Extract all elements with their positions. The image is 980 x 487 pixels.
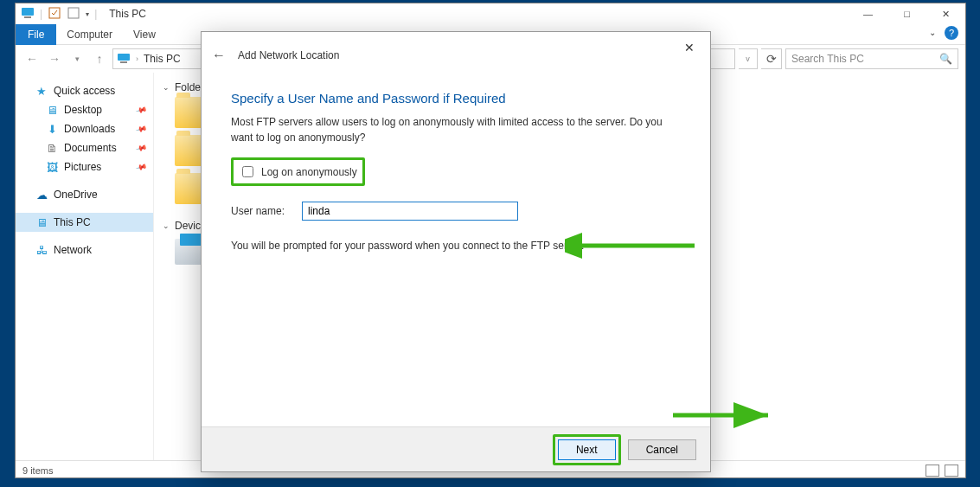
onedrive-icon: ☁	[35, 188, 48, 202]
properties-icon[interactable]	[48, 6, 61, 22]
sidebar-item-onedrive[interactable]: ☁ OneDrive	[16, 185, 153, 204]
svg-rect-0	[22, 8, 34, 16]
window-title: This PC	[102, 8, 146, 20]
username-row: User name:	[231, 186, 681, 229]
address-segment[interactable]: This PC	[144, 53, 181, 65]
search-input[interactable]: Search This PC 🔍	[785, 48, 958, 69]
qat-icon[interactable]	[67, 6, 80, 22]
star-icon: ★	[35, 84, 48, 98]
wizard-back-button[interactable]: ←	[212, 48, 226, 63]
log-on-anonymously-label: Log on anonymously	[261, 166, 357, 178]
wizard-description: Most FTP servers allow users to log on a…	[231, 114, 681, 157]
pin-icon: 📌	[135, 142, 148, 154]
wizard-header: ← Add Network Location ✕	[202, 32, 710, 79]
network-icon: 🖧	[35, 243, 48, 257]
this-pc-icon: 🖥	[35, 215, 48, 229]
sidebar-item-label: OneDrive	[54, 189, 98, 201]
navigation-pane: ★ Quick access 🖥 Desktop 📌 ⬇ Downloads 📌…	[16, 73, 154, 460]
close-window-button[interactable]: ✕	[926, 3, 965, 24]
sidebar-item-desktop[interactable]: 🖥 Desktop 📌	[16, 100, 153, 119]
add-network-location-wizard: ← Add Network Location ✕ Specify a User …	[201, 31, 711, 472]
svg-rect-3	[68, 8, 79, 18]
qat-dropdown-icon[interactable]: ▾	[86, 10, 89, 18]
sidebar-item-quick-access[interactable]: ★ Quick access	[16, 81, 153, 100]
nav-up-button[interactable]: ↑	[90, 49, 109, 68]
sidebar-item-label: Documents	[64, 142, 117, 154]
sidebar-item-label: Downloads	[64, 123, 115, 135]
search-icon: 🔍	[939, 53, 952, 65]
tab-file[interactable]: File	[16, 24, 56, 45]
wizard-close-button[interactable]: ✕	[672, 35, 707, 60]
wizard-title: Add Network Location	[238, 49, 339, 61]
wizard-body: Specify a User Name and Password if Requ…	[202, 79, 710, 426]
wizard-note: You will be prompted for your password w…	[231, 229, 681, 266]
qat-sep: |	[40, 8, 42, 20]
log-on-anonymously-row[interactable]: Log on anonymously	[231, 157, 365, 186]
minimize-button[interactable]: —	[849, 3, 887, 24]
sidebar-item-pictures[interactable]: 🖼 Pictures 📌	[16, 157, 153, 176]
sidebar-item-network[interactable]: 🖧 Network	[16, 240, 153, 260]
pin-icon: 📌	[135, 161, 148, 173]
sidebar-item-label: This PC	[54, 216, 91, 228]
nav-history-dropdown[interactable]: ▾	[67, 49, 86, 68]
view-large-icon[interactable]	[945, 465, 958, 477]
svg-rect-1	[24, 16, 31, 18]
pin-icon: 📌	[135, 104, 148, 116]
this-pc-icon	[21, 6, 35, 22]
this-pc-icon	[117, 51, 131, 67]
sidebar-item-label: Desktop	[64, 104, 102, 116]
pin-icon: 📌	[135, 123, 148, 135]
sidebar-item-label: Quick access	[54, 85, 115, 97]
nav-back-button[interactable]: ←	[22, 49, 42, 68]
cancel-button[interactable]: Cancel	[628, 439, 696, 460]
qat-sep2: |	[94, 8, 97, 20]
log-on-anonymously-checkbox[interactable]	[242, 166, 253, 177]
sidebar-item-documents[interactable]: 🗎 Documents 📌	[16, 138, 153, 157]
next-button[interactable]: Next	[558, 439, 616, 460]
help-icon[interactable]: ?	[945, 26, 958, 40]
maximize-button[interactable]: □	[887, 3, 926, 24]
tab-computer[interactable]: Computer	[56, 25, 123, 44]
chevron-down-icon: ⌄	[163, 83, 170, 92]
next-button-highlight: Next	[553, 434, 621, 465]
wizard-footer: Next Cancel	[202, 426, 710, 471]
svg-rect-4	[118, 54, 130, 61]
search-placeholder: Search This PC	[791, 53, 864, 65]
download-icon: ⬇	[45, 122, 59, 136]
refresh-button[interactable]: ⟳	[761, 48, 782, 69]
tab-view[interactable]: View	[123, 25, 166, 44]
address-dropdown-button[interactable]: v	[739, 48, 758, 69]
wizard-heading: Specify a User Name and Password if Requ…	[231, 79, 681, 114]
sidebar-item-label: Network	[54, 244, 92, 256]
desktop-icon: 🖥	[45, 103, 59, 117]
ribbon-expand-icon[interactable]: ⌄	[929, 28, 936, 37]
chevron-right-icon[interactable]: ›	[134, 54, 140, 63]
pictures-icon: 🖼	[45, 160, 59, 174]
svg-rect-5	[120, 61, 127, 63]
username-label: User name:	[231, 205, 285, 217]
nav-forward-button[interactable]: →	[45, 49, 64, 68]
username-input[interactable]	[302, 202, 518, 221]
documents-icon: 🗎	[45, 141, 59, 155]
sidebar-item-downloads[interactable]: ⬇ Downloads 📌	[16, 119, 153, 138]
chevron-down-icon: ⌄	[163, 221, 170, 230]
titlebar: | ▾ | This PC — □ ✕	[16, 3, 965, 24]
item-count: 9 items	[22, 465, 53, 476]
sidebar-item-this-pc[interactable]: 🖥 This PC	[16, 213, 153, 232]
sidebar-item-label: Pictures	[64, 161, 101, 173]
view-details-icon[interactable]	[926, 465, 939, 477]
